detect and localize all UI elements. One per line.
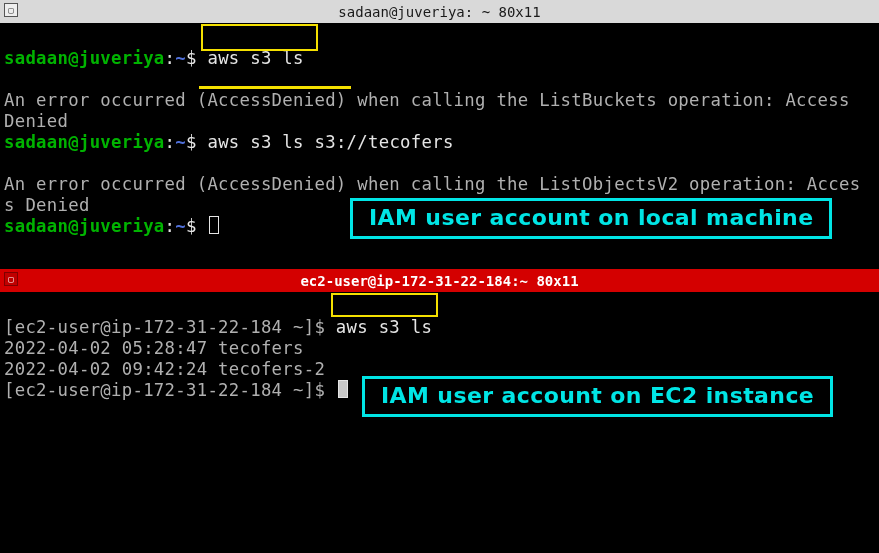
prompt-user: sadaan@juveriya [4,48,165,68]
titlebar-local[interactable]: ▢ sadaan@juveriya: ~ 80x11 [0,0,879,23]
output-line-2: 2022-04-02 09:42:24 tecofers-2 [4,359,325,379]
prompt-path: ~ [175,216,186,236]
prompt-user: sadaan@juveriya [4,132,165,152]
highlight-box-cmd-ec2 [331,293,438,317]
prompt-sep2: $ [186,48,207,68]
terminal-ec2: ▢ ec2-user@ip-172-31-22-184:~ 80x11 [ec2… [0,269,879,552]
window-icon-ec2: ▢ [4,272,18,286]
prompt-sep2: $ [186,132,207,152]
terminal-local: ▢ sadaan@juveriya: ~ 80x11 sadaan@juveri… [0,0,879,269]
titlebar-ec2[interactable]: ▢ ec2-user@ip-172-31-22-184:~ 80x11 [0,269,879,292]
highlight-box-cmd1 [201,24,318,51]
label-ec2: IAM user account on EC2 instance [362,376,833,417]
error-1: An error occurred (AccessDenied) when ca… [4,90,860,131]
prompt-ec2: [ec2-user@ip-172-31-22-184 ~]$ [4,380,336,400]
command-2: aws s3 ls s3://tecofers [207,132,453,152]
command-ec2: aws s3 ls [336,317,432,337]
title-text-local: sadaan@juveriya: ~ 80x11 [338,4,540,20]
title-text-ec2: ec2-user@ip-172-31-22-184:~ 80x11 [300,273,578,289]
label-local: IAM user account on local machine [350,198,832,239]
window-icon-local: ▢ [4,3,18,17]
output-line-1: 2022-04-02 05:28:47 tecofers [4,338,304,358]
terminal-icon: ▢ [4,3,18,17]
prompt-sep: : [165,216,176,236]
underline-accessdenied [199,86,351,89]
prompt-path: ~ [175,132,186,152]
prompt-sep: : [165,48,176,68]
prompt-ec2: [ec2-user@ip-172-31-22-184 ~]$ [4,317,336,337]
command-1: aws s3 ls [207,48,303,68]
cursor-local [209,216,219,234]
error-2: An error occurred (AccessDenied) when ca… [4,174,860,215]
terminal-body-local[interactable]: sadaan@juveriya:~$ aws s3 ls An error oc… [0,23,879,269]
prompt-user: sadaan@juveriya [4,216,165,236]
prompt-sep2: $ [186,216,207,236]
prompt-sep: : [165,132,176,152]
terminal-icon: ▢ [4,272,18,286]
prompt-path: ~ [175,48,186,68]
terminal-body-ec2[interactable]: [ec2-user@ip-172-31-22-184 ~]$ aws s3 ls… [0,292,879,552]
cursor-ec2 [338,380,348,398]
